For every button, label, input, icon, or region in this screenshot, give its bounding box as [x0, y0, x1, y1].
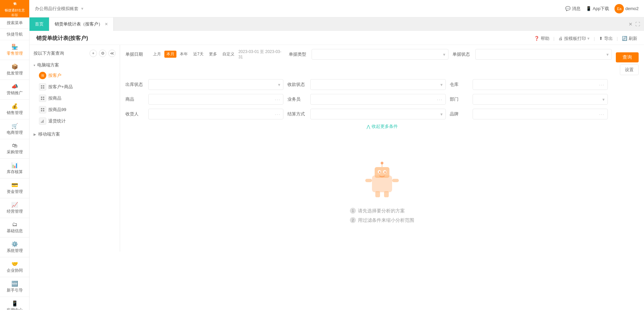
svg-rect-12 — [41, 110, 42, 111]
doc-status-control[interactable]: ▾ — [475, 49, 612, 60]
tab-home[interactable]: 首页 — [30, 17, 49, 31]
product-control[interactable]: ··· — [148, 94, 283, 105]
inventory-icon: 📊 — [0, 162, 29, 168]
sidebar-item-ecommerce-label: 电商管理 — [0, 130, 29, 136]
sidebar-item-marketing[interactable]: 📣 营销推广 — [0, 80, 29, 100]
page-title: 销货单统计表(按客户) — [36, 35, 88, 42]
business-icon: 📈 — [0, 202, 29, 208]
settings-button[interactable]: 设置 — [620, 64, 639, 75]
user-avatar-area[interactable]: Ea demo2 — [614, 4, 639, 13]
tree-child-by-product[interactable]: 按商品 — [30, 93, 120, 104]
message-btn[interactable]: 💬 消息 — [565, 6, 581, 12]
sidebar-quick-nav[interactable]: 快捷导航 — [0, 29, 29, 40]
collapse-arrow-icon: ⋀ — [367, 124, 370, 129]
sep2: | — [594, 36, 595, 41]
app-download-btn[interactable]: 📱 App下载 — [586, 6, 609, 12]
sidebar-item-sales[interactable]: 💰 销售管理 — [0, 100, 29, 119]
brand-label: 品牌 — [450, 111, 470, 117]
dept-control[interactable]: ▾ — [473, 94, 608, 105]
filter-out-status: 出库状态 ▾ — [125, 79, 283, 90]
product-dots-icon: ··· — [275, 97, 280, 102]
refresh-btn[interactable]: 🔄 刷新 — [622, 36, 637, 42]
wholesale-icon: 📦 — [0, 63, 29, 70]
sidebar-item-system[interactable]: ⚙️ 系统管理 — [0, 238, 29, 257]
sidebar-item-wholesale[interactable]: 📦 批发管理 — [0, 60, 29, 80]
svg-rect-14 — [41, 122, 42, 123]
sidebar-item-appcenter[interactable]: 📱 应用中心 — [0, 297, 29, 310]
tree-mobile-section: ▶ 移动端方案 — [30, 128, 120, 140]
settings-scheme-btn[interactable]: ⚙ — [99, 50, 106, 57]
print-icon: 🖨 — [558, 36, 563, 41]
date-btn-thisyear[interactable]: 本年 — [178, 51, 190, 58]
salesperson-control[interactable]: ··· — [310, 94, 445, 105]
newuser-icon: 🆕 — [0, 280, 29, 287]
filter-doc-type: 单据类型 ▾ — [289, 49, 448, 60]
returns-icon — [39, 117, 46, 125]
brand-dots-icon: ··· — [599, 112, 605, 117]
date-btn-more[interactable]: 更多 — [207, 51, 219, 58]
receiver-control[interactable]: ··· — [148, 109, 283, 119]
dropdown-arrow-icon[interactable]: ▾ — [81, 6, 84, 11]
settlement-control[interactable]: ▾ — [310, 109, 445, 119]
enterprise-icon: 🤝 — [0, 261, 29, 267]
sidebar-item-business[interactable]: 📈 经营管理 — [0, 198, 29, 218]
sidebar-item-business-label: 经营管理 — [0, 209, 29, 214]
brand-control[interactable]: ··· — [473, 109, 608, 119]
collapse-panel-btn[interactable]: ≪ — [108, 50, 116, 57]
tree-child-by-customer-product[interactable]: 按客户+商品 — [30, 81, 120, 93]
svg-rect-4 — [41, 87, 42, 89]
query-button[interactable]: 查询 — [616, 52, 639, 62]
sidebar-item-enterprise[interactable]: 🤝 企业协同 — [0, 257, 29, 277]
tree-parent-mobile[interactable]: ▶ 移动端方案 — [30, 130, 120, 139]
tab-close-icon[interactable]: ✕ — [105, 22, 108, 27]
warehouse-control[interactable]: ··· — [473, 79, 608, 90]
sidebar-item-finance[interactable]: 💳 资金管理 — [0, 178, 29, 198]
tree-child-by-customer[interactable]: 按 按客户 — [30, 70, 120, 81]
filter-row-1: 单据日期 上月 本月 本年 近7天 更多 自定义 2023-03-01 至 20… — [125, 49, 639, 75]
sidebar-item-purchase[interactable]: 🛍 采购管理 — [0, 139, 29, 159]
tab-sales-stat[interactable]: 销货单统计表（按客户） ✕ — [49, 17, 114, 31]
sidebar-search[interactable]: 搜索菜单 — [0, 17, 29, 29]
svg-rect-3 — [43, 85, 44, 87]
tab-home-label: 首页 — [35, 21, 44, 27]
sidebar-item-basic[interactable]: 🗂 基础信息 — [0, 218, 29, 238]
tree-parent-desktop[interactable]: ▾ 电脑端方案 — [30, 60, 120, 70]
by-customer-icon: 按 — [39, 72, 46, 79]
svg-rect-13 — [43, 110, 44, 111]
sidebar-item-newuser[interactable]: 🆕 新手引导 — [0, 277, 29, 297]
maximize-icon[interactable]: ⛶ — [635, 21, 640, 27]
print-label: 按模板打印 — [564, 36, 586, 42]
out-status-control[interactable]: ▾ — [148, 79, 283, 90]
date-shortcuts: 上月 本月 本年 近7天 更多 自定义 — [151, 51, 236, 58]
help-btn[interactable]: ❓ 帮助 — [534, 36, 549, 42]
message-label: 消息 — [572, 6, 581, 12]
export-btn[interactable]: ⬆ 导出 — [599, 36, 613, 42]
empty-tips: 1 请先选择要分析的方案 2 用过滤条件来缩小分析范围 — [350, 206, 414, 225]
date-btn-lastmonth[interactable]: 上月 — [151, 51, 163, 58]
date-btn-thismonth[interactable]: 本月 — [164, 51, 176, 58]
close-window-icon[interactable]: ✕ — [629, 21, 633, 27]
tree-child-returns[interactable]: 退货统计 — [30, 115, 120, 127]
purchase-icon: 🛍 — [0, 143, 29, 149]
out-status-arrow-icon: ▾ — [278, 82, 280, 87]
sidebar-item-retail[interactable]: 🏪 零售管理 — [0, 40, 29, 60]
doc-type-control[interactable]: ▾ — [312, 49, 448, 60]
logo-subtitle: 标版 — [11, 13, 18, 17]
date-btn-7days[interactable]: 近7天 — [191, 51, 206, 58]
page-header: 销货单统计表(按客户) ❓ 帮助 | 🖨 按模板打印 ▾ | ⬆ — [30, 31, 644, 45]
date-btn-custom[interactable]: 自定义 — [220, 51, 236, 58]
filter-brand: 品牌 ··· — [450, 109, 608, 119]
sidebar-item-basic-label: 基础信息 — [0, 228, 29, 234]
sidebar-item-inventory[interactable]: 📊 库存核算 — [0, 159, 29, 178]
tree-child-by-product99[interactable]: 按商品99 — [30, 104, 120, 115]
print-btn[interactable]: 🖨 按模板打印 ▾ — [558, 36, 590, 42]
out-status-label: 出库状态 — [125, 82, 146, 88]
date-label: 单据日期 — [125, 51, 146, 57]
receipt-status-control[interactable]: ▾ — [310, 79, 445, 90]
add-scheme-btn[interactable]: + — [90, 50, 97, 57]
sep3: | — [617, 36, 618, 41]
sidebar-item-finance-label: 资金管理 — [0, 189, 29, 195]
sidebar-item-ecommerce[interactable]: 🛒 电商管理 — [0, 119, 29, 139]
collapse-btn[interactable]: ⋀ 收起更多条件 — [367, 123, 398, 130]
svg-rect-18 — [375, 167, 389, 178]
